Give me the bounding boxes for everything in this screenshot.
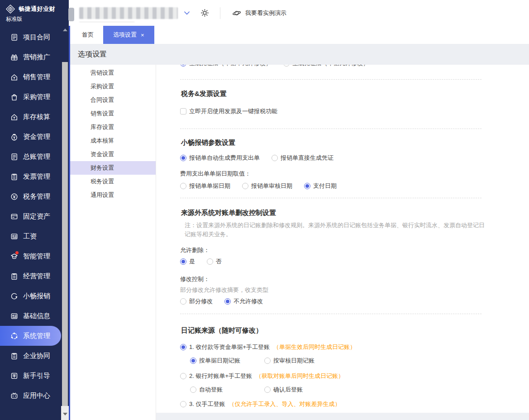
radio-icon[interactable] — [180, 155, 186, 161]
sidebar-item-operations-mgmt[interactable]: 经营管理 — [0, 266, 61, 286]
sidebar-item-sales-mgmt[interactable]: 销售管理 — [0, 67, 61, 87]
demo-link-label: 我要看实例演示 — [245, 9, 286, 17]
radio-journal-funds-manual[interactable]: 1. 收付款等资金单据+手工登账（单据生效后同时生成日记账） — [180, 343, 356, 351]
settings-nav: 营销设置 采购设置 合同设置 销售设置 库存设置 成本核算 资金设置 财务设置 … — [70, 65, 156, 420]
radio-auto-post[interactable]: 自动登账 — [190, 386, 253, 394]
radio-partial-modify[interactable]: 部分修改 — [180, 297, 213, 305]
radio-delete-yes[interactable]: 是 — [180, 258, 195, 266]
journal-option-2-children: 自动登账 确认后登账 — [190, 385, 529, 394]
sidebar-item-tax-mgmt[interactable]: 税务管理 — [0, 186, 61, 206]
radio-audit-date[interactable]: 报销单审核日期 — [242, 182, 292, 190]
org-name-redacted[interactable] — [79, 7, 178, 19]
sidebar-item-enterprise-collab[interactable]: 企业协同 — [0, 346, 61, 366]
radio-clipped-2[interactable]: 生成凭证后（单据允许修改） — [283, 65, 369, 67]
radio-icon[interactable] — [242, 183, 248, 189]
radio-icon[interactable] — [224, 298, 231, 305]
radio-icon[interactable] — [180, 183, 186, 189]
radio-icon[interactable] — [180, 65, 186, 67]
radio-icon[interactable] — [180, 258, 186, 265]
sidebar-item-marketing[interactable]: 营销推广 — [0, 47, 61, 67]
sidebar-item-label: 资金管理 — [23, 133, 50, 141]
dashed-divider — [180, 129, 481, 129]
nav-item-contract-settings[interactable]: 合同设置 — [70, 93, 156, 107]
settings-gear-button[interactable] — [200, 9, 209, 17]
radio-icon[interactable] — [190, 387, 196, 393]
tax-coin-icon — [10, 193, 18, 200]
radio-post-after-confirm[interactable]: 确认后登账 — [264, 386, 303, 394]
radio-icon[interactable] — [180, 373, 186, 379]
sidebar-item-fixed-assets[interactable]: 固定资产 — [0, 206, 61, 226]
nav-item-sales-settings[interactable]: 销售设置 — [70, 107, 156, 120]
sidebar-item-base-info[interactable]: 基础信息 — [0, 306, 61, 326]
radio-icon[interactable] — [180, 344, 186, 350]
notification-badge-dot — [15, 251, 19, 254]
sidebar-item-inventory-accounting[interactable]: 库存核算 — [0, 107, 61, 127]
radio-bill-date[interactable]: 报销单单据日期 — [180, 182, 230, 190]
sidebar-item-newbie-guide[interactable]: 新手引导 — [0, 366, 61, 386]
radio-direct-voucher[interactable]: 报销单直接生成凭证 — [272, 154, 334, 162]
sidebar-item-label: 销售管理 — [23, 73, 50, 81]
chevron-down-icon[interactable] — [184, 11, 190, 15]
nav-item-finance-settings[interactable]: 财务设置 — [70, 161, 156, 175]
nav-item-funds-settings[interactable]: 资金设置 — [70, 148, 156, 161]
radio-label: 否 — [216, 258, 222, 266]
expense-date-label: 费用支出单单据日期取值： — [180, 170, 529, 178]
sidebar-scrollbar[interactable] — [61, 26, 69, 420]
radio-icon[interactable] — [304, 183, 310, 189]
ledger-icon — [10, 153, 18, 161]
radio-by-audit-date[interactable]: 按审核日期记账 — [264, 357, 315, 365]
sidebar-item-funds-mgmt[interactable]: 资金管理 — [0, 127, 61, 147]
sidebar-item-purchase-mgmt[interactable]: 采购管理 — [0, 87, 61, 107]
sidebar-item-system-mgmt[interactable]: 系统管理 — [0, 326, 61, 346]
nav-item-inventory-settings[interactable]: 库存设置 — [70, 120, 156, 134]
radio-pay-date[interactable]: 支付日期 — [304, 182, 337, 190]
nav-item-label: 销售设置 — [91, 110, 114, 117]
radio-icon[interactable] — [190, 358, 196, 364]
sidebar-item-label: 基础信息 — [23, 312, 50, 320]
radio-label: 按单据日期记账 — [199, 357, 240, 365]
demo-link[interactable]: 我要看实例演示 — [232, 9, 286, 17]
main-sidebar: 畅捷通好业财 标准版 项目合同 营销推广 销售管理 采购管理 库存核算 资金管理… — [0, 0, 69, 420]
nav-item-general-settings[interactable]: 通用设置 — [70, 188, 156, 202]
tab-close-icon[interactable]: × — [141, 32, 144, 38]
sidebar-item-label: 企业协同 — [23, 352, 50, 360]
sidebar-item-smart-mgmt[interactable]: 智能管理 — [0, 246, 61, 266]
radio-icon[interactable] — [207, 258, 213, 265]
radio-icon[interactable] — [283, 65, 290, 67]
invoice-enable-checkbox-row[interactable]: 立即开启使用发票及一键报税功能 — [180, 107, 529, 115]
nav-item-cost-accounting[interactable]: 成本核算 — [70, 134, 156, 148]
radio-by-bill-date[interactable]: 按单据日期记账 — [190, 357, 253, 365]
sidebar-item-app-center[interactable]: 应用中心 — [0, 386, 61, 406]
topbar: 我要看实例演示 — [70, 0, 529, 26]
radio-icon[interactable] — [180, 401, 186, 407]
sidebar-item-xiaochang-reimburse[interactable]: 小畅报销 — [0, 286, 61, 306]
tab-option-settings[interactable]: 选项设置 × — [103, 26, 154, 44]
radio-label: 2. 银行对账单+手工登账 — [189, 372, 252, 380]
radio-icon[interactable] — [264, 358, 271, 364]
scroll-up-arrow-icon[interactable] — [63, 29, 67, 31]
radio-clipped-1[interactable]: 生成凭证后（单据不允许修改） — [180, 65, 272, 67]
nav-item-label: 采购设置 — [91, 83, 114, 90]
nav-item-tax-settings[interactable]: 税务设置 — [70, 175, 156, 188]
radio-label: 不允许修改 — [234, 297, 263, 305]
radio-icon[interactable] — [180, 298, 186, 305]
radio-icon[interactable] — [272, 155, 278, 161]
tab-home[interactable]: 首页 — [72, 26, 103, 44]
nav-item-marketing-settings[interactable]: 营销设置 — [70, 66, 156, 80]
sidebar-item-general-ledger[interactable]: 总账管理 — [0, 147, 61, 167]
radio-icon[interactable] — [264, 387, 271, 393]
scrollbar-thumb[interactable] — [62, 62, 68, 406]
radio-auto-expense-voucher[interactable]: 报销单自动生成费用支出单 — [180, 154, 260, 162]
radio-journal-manual-only[interactable]: 3. 仅手工登账（仅允许手工录入、导入、对账差异生成） — [180, 400, 340, 408]
sidebar-item-payroll[interactable]: 工资 — [0, 226, 61, 246]
nav-item-purchase-settings[interactable]: 采购设置 — [70, 80, 156, 93]
radio-journal-bank-manual[interactable]: 2. 银行对账单+手工登账（获取对账单后同时生成日记账） — [180, 372, 344, 380]
radio-no-modify[interactable]: 不允许修改 — [224, 297, 263, 305]
checkbox-icon[interactable] — [180, 108, 186, 115]
sidebar-item-project-contract[interactable]: 项目合同 — [0, 27, 61, 47]
scroll-down-arrow-icon[interactable] — [63, 413, 67, 415]
sidebar-item-invoice-mgmt[interactable]: 发票管理 — [0, 167, 61, 186]
sidebar-item-label: 库存核算 — [23, 113, 50, 121]
radio-delete-no[interactable]: 否 — [207, 258, 222, 266]
journal-option-2-tip: （获取对账单后同时生成日记账） — [256, 372, 344, 380]
